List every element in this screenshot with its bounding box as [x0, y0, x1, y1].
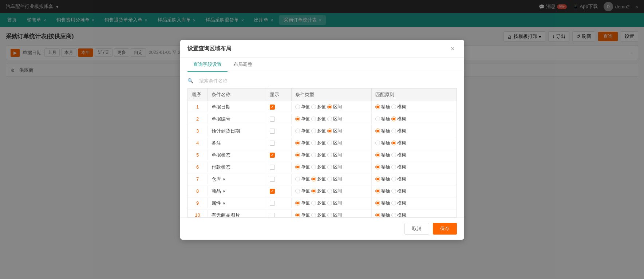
table-row: 1 单据日期 单值 多值 [188, 101, 457, 113]
row-5-match-exact[interactable]: 精确 [375, 152, 390, 158]
row-1-display-checkbox[interactable] [270, 105, 275, 110]
tab-layout-adjust[interactable]: 布局调整 [228, 58, 258, 72]
row-1-match-fuzzy[interactable]: 模糊 [391, 104, 406, 110]
row-6-match-exact[interactable]: 精确 [375, 164, 390, 170]
row-10-match-fuzzy[interactable]: 模糊 [391, 212, 406, 217]
row-9-match-exact[interactable]: 精确 [375, 200, 390, 206]
row-4-display-checkbox[interactable] [270, 141, 275, 146]
row-7-type-range[interactable]: 区间 [327, 176, 342, 182]
row-4-type-range[interactable]: 区间 [327, 140, 342, 146]
row-9-type-range[interactable]: 区间 [327, 200, 342, 206]
row-7-match-fuzzy[interactable]: 模糊 [391, 176, 406, 182]
row-3-match-fuzzy[interactable]: 模糊 [391, 128, 406, 134]
row-1-type-single[interactable]: 单值 [295, 104, 310, 110]
row-10-type-range[interactable]: 区间 [327, 212, 342, 217]
row-3-order: 3 [188, 126, 208, 136]
row-9-type-single[interactable]: 单值 [295, 200, 310, 206]
row-6-type-range[interactable]: 区间 [327, 164, 342, 170]
row-2-match-fuzzy[interactable]: 模糊 [391, 116, 406, 122]
row-9-display-checkbox[interactable] [270, 201, 275, 206]
row-6-display-checkbox[interactable] [270, 165, 275, 170]
row-7-type-multi[interactable]: 多值 [311, 176, 326, 182]
search-input[interactable] [196, 76, 269, 85]
row-1-display[interactable] [266, 102, 292, 112]
row-6-order: 6 [188, 162, 208, 172]
table-row: 8 商品 ∨ 单值 多值 [188, 185, 457, 197]
row-7-type-single[interactable]: 单值 [295, 176, 310, 182]
table-row: 10 有无商品图片 单值 多值 [188, 209, 457, 217]
dialog-title: 设置查询区域布局 [187, 45, 231, 52]
row-7-display[interactable] [266, 174, 292, 184]
col-header-match: 匹配原则 [372, 89, 445, 101]
row-1-match-exact[interactable]: 精确 [375, 104, 390, 110]
row-8-order: 8 [188, 186, 208, 196]
row-10-display[interactable] [266, 210, 292, 217]
row-2-display[interactable] [266, 114, 292, 124]
row-7-match-exact[interactable]: 精确 [375, 176, 390, 182]
row-1-name: 单据日期 [208, 101, 266, 113]
row-2-type-range[interactable]: 区间 [327, 116, 342, 122]
row-10-display-checkbox[interactable] [270, 213, 275, 217]
col-header-type: 条件类型 [292, 89, 372, 101]
row-3-match-exact[interactable]: 精确 [375, 128, 390, 134]
row-5-display-checkbox[interactable] [270, 153, 275, 158]
row-4-display[interactable] [266, 138, 292, 148]
dialog-table-body-area: 1 单据日期 单值 多值 [180, 101, 464, 217]
row-5-type-single[interactable]: 单值 [295, 152, 310, 158]
row-7-order: 7 [188, 174, 208, 184]
row-8-display-checkbox[interactable] [270, 189, 275, 194]
table-row: 2 单据编号 单值 多值 [188, 113, 457, 125]
row-4-name: 备注 [208, 137, 266, 149]
row-6-type-single[interactable]: 单值 [295, 164, 310, 170]
row-5-type-range[interactable]: 区间 [327, 152, 342, 158]
cancel-button[interactable]: 取消 [404, 223, 429, 235]
row-9-display[interactable] [266, 198, 292, 208]
row-8-type-multi[interactable]: 多值 [311, 188, 326, 194]
row-2-match-exact[interactable]: 精确 [375, 116, 390, 122]
row-3-type: 单值 多值 区间 [292, 125, 372, 137]
row-3-type-range[interactable]: 区间 [327, 128, 342, 134]
row-2-type: 单值 多值 区间 [292, 113, 372, 125]
row-1-match-group: 精确 模糊 [375, 104, 406, 110]
row-8-match-exact[interactable]: 精确 [375, 188, 390, 194]
row-9-match: 精确 模糊 [372, 197, 445, 209]
row-6-match-fuzzy[interactable]: 模糊 [391, 164, 406, 170]
row-8-type-range[interactable]: 区间 [327, 188, 342, 194]
row-1-type-range[interactable]: 区间 [327, 104, 342, 110]
row-5-type-multi[interactable]: 多值 [311, 152, 326, 158]
row-10-match-exact[interactable]: 精确 [375, 212, 390, 217]
save-button[interactable]: 保存 [433, 223, 457, 235]
row-2-display-checkbox[interactable] [270, 117, 275, 122]
row-8-match-fuzzy[interactable]: 模糊 [391, 188, 406, 194]
row-8-type-single[interactable]: 单值 [295, 188, 310, 194]
row-4-type-multi[interactable]: 多值 [311, 140, 326, 146]
row-6-type-multi[interactable]: 多值 [311, 164, 326, 170]
row-2-type-multi[interactable]: 多值 [311, 116, 326, 122]
row-3-display[interactable] [266, 126, 292, 136]
row-4-order: 4 [188, 138, 208, 148]
row-9-match-fuzzy[interactable]: 模糊 [391, 200, 406, 206]
row-4-match-fuzzy[interactable]: 模糊 [391, 140, 406, 146]
col-header-name: 条件名称 [208, 89, 266, 101]
tab-query-fields[interactable]: 查询字段设置 [187, 58, 228, 72]
row-4-type-single[interactable]: 单值 [295, 140, 310, 146]
row-5-match-fuzzy[interactable]: 模糊 [391, 152, 406, 158]
row-6-display[interactable] [266, 162, 292, 172]
row-2-type-single[interactable]: 单值 [295, 116, 310, 122]
row-7-display-checkbox[interactable] [270, 177, 275, 182]
row-1-type-multi[interactable]: 多值 [311, 104, 326, 110]
col-header-order: 顺序 [188, 89, 208, 101]
row-3-type-multi[interactable]: 多值 [311, 128, 326, 134]
row-4-match-exact[interactable]: 精确 [375, 140, 390, 146]
row-5-display[interactable] [266, 150, 292, 160]
row-5-name: 单据状态 [208, 149, 266, 161]
row-3-type-single[interactable]: 单值 [295, 128, 310, 134]
row-10-type-multi[interactable]: 多值 [311, 212, 326, 217]
dialog-search-area: 🔍 [180, 72, 464, 88]
row-9-type-multi[interactable]: 多值 [311, 200, 326, 206]
row-3-display-checkbox[interactable] [270, 129, 275, 134]
row-10-type-single[interactable]: 单值 [295, 212, 310, 217]
row-8-display[interactable] [266, 186, 292, 196]
dialog-table-header: 顺序 条件名称 显示 条件类型 匹配原则 [187, 88, 457, 101]
dialog-close-button[interactable]: × [449, 45, 457, 53]
